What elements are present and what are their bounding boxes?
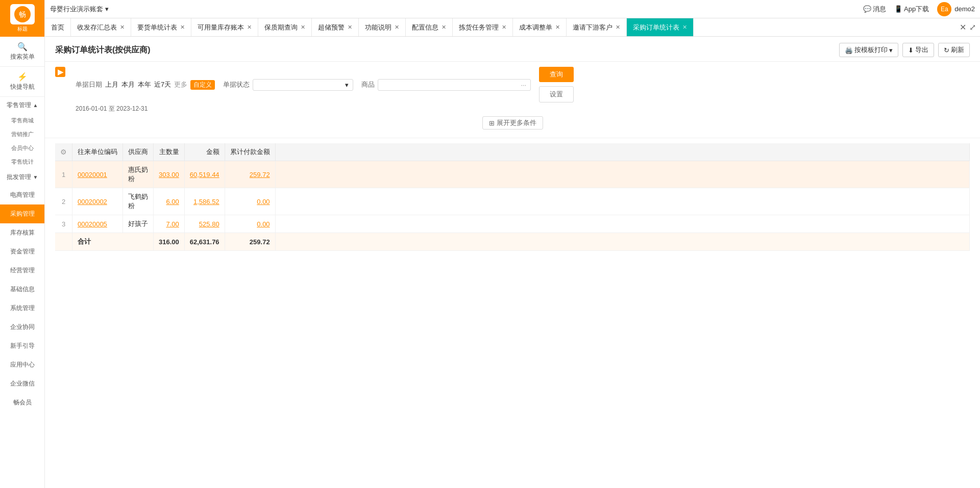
sidebar-item-quicknav[interactable]: ⚡ 快捷导航 (0, 67, 44, 97)
tab-warranty[interactable]: 保质期查询 ✕ (258, 18, 312, 37)
date-link-last-month[interactable]: 上月 (105, 80, 118, 89)
tab-close-icon[interactable]: ✕ (682, 24, 687, 31)
tab-config-info[interactable]: 配置信息 ✕ (406, 18, 453, 37)
message-button[interactable]: 💬 消息 (863, 5, 886, 14)
sidebar-item-member2[interactable]: 畅会员 (0, 393, 44, 412)
tab-pick-task[interactable]: 拣货任务管理 ✕ (453, 18, 513, 37)
user-profile[interactable]: Ea demo2 (937, 2, 975, 16)
cell-supplier: 好孩子 (123, 215, 154, 233)
tab-close-icon[interactable]: ✕ (502, 24, 506, 31)
cell-supplier: 飞鹤奶粉 (123, 188, 154, 215)
export-button[interactable]: ⬇ 导出 (902, 43, 934, 57)
workspace-selector[interactable]: 母婴行业演示账套 ▾ (50, 5, 109, 14)
sidebar-item-retail-stat[interactable]: 零售统计 (0, 155, 44, 169)
tabbar: 首页 收发存汇总表 ✕ 要货单统计表 ✕ 可用量库存账本 ✕ 保质期查询 ✕ 超… (45, 18, 980, 37)
table-row[interactable]: 1 00020001 惠氏奶粉 303.00 60,519.44 259.72 (55, 161, 970, 188)
sidebar-item-label: 畅会员 (13, 398, 32, 407)
amount-link[interactable]: 525.80 (199, 220, 219, 228)
sidebar-item-appcenter[interactable]: 应用中心 (0, 355, 44, 374)
status-select[interactable]: ▾ (253, 79, 353, 91)
tab-close-icon[interactable]: ✕ (442, 24, 446, 31)
sidebar-item-retail-mall[interactable]: 零售商城 (0, 114, 44, 127)
sidebar-item-basic[interactable]: 基础信息 (0, 280, 44, 299)
cell-extra (275, 188, 969, 215)
tab-close-all-icon[interactable]: ✕ (960, 22, 966, 32)
cell-num: 3 (55, 215, 72, 233)
tab-overstock[interactable]: 超储预警 ✕ (312, 18, 359, 37)
sidebar-item-wechat[interactable]: 企业微信 (0, 374, 44, 393)
expand-label: 展开更多条件 (497, 118, 536, 127)
col-header-label: 主数量 (159, 148, 179, 156)
tab-close-icon[interactable]: ✕ (555, 24, 560, 31)
unit-code-link[interactable]: 00020002 (78, 198, 107, 206)
sidebar-item-label: 会员中心 (11, 144, 34, 152)
date-link-more[interactable]: 更多 (174, 80, 187, 89)
sidebar-item-operation[interactable]: 经营管理 (0, 261, 44, 280)
tab-label: 配置信息 (412, 23, 438, 32)
paid-link[interactable]: 0.00 (257, 198, 270, 206)
tab-invite-downstream[interactable]: 邀请下游客户 ✕ (567, 18, 627, 37)
refresh-button[interactable]: ↻ 刷新 (938, 43, 970, 57)
app-download-button[interactable]: 📱 App下载 (894, 5, 929, 14)
table-row[interactable]: 3 00020005 好孩子 7.00 525.80 0.00 (55, 215, 970, 233)
col-header-label: 供应商 (128, 148, 148, 156)
paid-link[interactable]: 0.00 (257, 220, 270, 228)
sidebar-item-system[interactable]: 系统管理 (0, 299, 44, 318)
tab-expand-icon[interactable]: ⤢ (969, 22, 976, 32)
date-link-this-month[interactable]: 本月 (121, 80, 135, 89)
paid-link[interactable]: 259.72 (250, 171, 270, 178)
unit-code-link[interactable]: 00020005 (78, 220, 107, 228)
tab-close-icon[interactable]: ✕ (616, 24, 620, 31)
date-custom-tag[interactable]: 自定义 (190, 80, 215, 90)
main-area: 母婴行业演示账套 ▾ 💬 消息 📱 App下载 Ea demo2 首页 (45, 0, 980, 488)
sidebar-item-purchase[interactable]: 采购管理 (0, 204, 44, 223)
sidebar-item-member[interactable]: 会员中心 (0, 141, 44, 155)
tab-close-icon[interactable]: ✕ (395, 24, 399, 31)
sidebar-item-label: 企业协同 (10, 323, 35, 331)
tab-close-icon[interactable]: ✕ (180, 24, 185, 31)
sidebar-item-label: 营销推广 (11, 131, 34, 138)
amount-link[interactable]: 60,519.44 (190, 171, 219, 178)
filter-toggle-button[interactable]: ▶ (55, 67, 65, 77)
settings-icon[interactable]: ⚙ (60, 148, 67, 156)
tab-close-icon[interactable]: ✕ (301, 24, 305, 31)
quantity-link[interactable]: 303.00 (159, 171, 179, 178)
sidebar-item-finance[interactable]: 资金管理 (0, 242, 44, 261)
tab-purchase-stat[interactable]: 采购订单统计表 ✕ (627, 18, 694, 37)
tab-available-stock[interactable]: 可用量库存账本 ✕ (191, 18, 258, 37)
sidebar-item-enterprise[interactable]: 企业协同 (0, 318, 44, 337)
quantity-link[interactable]: 7.00 (166, 220, 179, 228)
footer-empty (55, 233, 72, 251)
print-button[interactable]: 🖨️ 按模板打印 ▾ (839, 43, 898, 57)
tab-function-desc[interactable]: 功能说明 ✕ (359, 18, 406, 37)
date-link-7days[interactable]: 近7天 (154, 80, 171, 89)
tab-requisition-stat[interactable]: 要货单统计表 ✕ (131, 18, 191, 37)
sidebar-item-inventory[interactable]: 库存核算 (0, 223, 44, 242)
quantity-link[interactable]: 6.00 (166, 198, 179, 206)
sidebar-item-newbie[interactable]: 新手引导 (0, 337, 44, 355)
chevron-down-icon: ▼ (33, 174, 38, 180)
table-row[interactable]: 2 00020002 飞鹤奶粉 6.00 1,586.52 0.00 (55, 188, 970, 215)
tab-close-icon[interactable]: ✕ (247, 24, 252, 31)
tab-close-icon[interactable]: ✕ (348, 24, 352, 31)
goods-input[interactable] (382, 81, 519, 89)
footer-row: 合计 316.00 62,631.76 259.72 (55, 233, 970, 251)
query-button[interactable]: 查询 (539, 67, 574, 82)
sidebar-item-retail[interactable]: 零售管理 ▲ (0, 97, 44, 114)
setting-button[interactable]: 设置 (539, 86, 574, 102)
tab-close-icon[interactable]: ✕ (120, 24, 125, 31)
expand-more-button[interactable]: ⊞ 展开更多条件 (482, 116, 543, 130)
more-icon[interactable]: ··· (521, 81, 526, 89)
cell-paid: 0.00 (225, 215, 275, 233)
status-input[interactable] (257, 81, 343, 89)
amount-link[interactable]: 1,586.52 (193, 198, 219, 206)
unit-code-link[interactable]: 00020001 (78, 171, 107, 178)
tab-cost-adjust[interactable]: 成本调整单 ✕ (513, 18, 567, 37)
sidebar-item-marketing[interactable]: 营销推广 (0, 127, 44, 141)
sidebar-item-wholesale[interactable]: 批发管理 ▼ (0, 169, 44, 186)
date-link-this-year[interactable]: 本年 (138, 80, 151, 89)
sidebar-item-ecommerce[interactable]: 电商管理 (0, 186, 44, 204)
tab-receive-summary[interactable]: 收发存汇总表 ✕ (71, 18, 131, 37)
sidebar-item-search[interactable]: 🔍 搜索英单 (0, 37, 44, 67)
tab-home[interactable]: 首页 (45, 18, 71, 37)
